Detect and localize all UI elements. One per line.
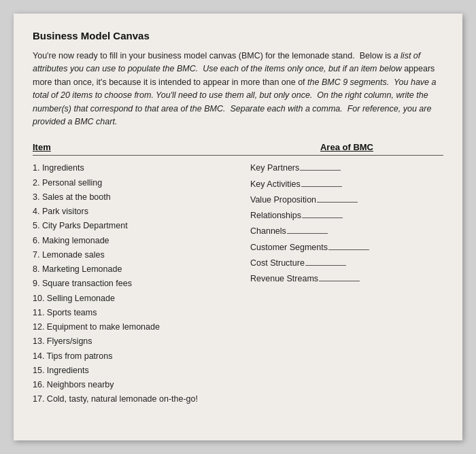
list-item: 13. Flyers/signs — [33, 334, 250, 349]
bmc-area-label: Value Proposition — [250, 193, 316, 207]
bmc-area-row: Key Activities — [250, 177, 443, 192]
bmc-area-row: Revenue Streams — [250, 272, 443, 286]
list-item: 5. City Parks Department — [33, 219, 250, 233]
bmc-answer-line[interactable] — [317, 202, 358, 203]
bmc-answer-line[interactable] — [319, 281, 360, 281]
list-item: 8. Marketing Lemonade — [33, 262, 250, 277]
list-item: 3. Sales at the booth — [33, 190, 250, 205]
list-item: 2. Personal selling — [33, 176, 250, 190]
list-item: 14. Tips from patrons — [33, 349, 250, 364]
column-item-header: Item — [33, 142, 250, 152]
bmc-area-row: Key Partners — [250, 161, 443, 175]
bmc-answer-line[interactable] — [287, 233, 328, 234]
bmc-area-label: Channels — [250, 224, 286, 239]
items-column: 1. Ingredients 2. Personal selling 3. Sa… — [33, 161, 250, 406]
bmc-area-label: Key Activities — [250, 177, 301, 192]
list-item: 16. Neighbors nearby — [33, 378, 250, 392]
bmc-answer-line[interactable] — [301, 186, 342, 187]
table-body: 1. Ingredients 2. Personal selling 3. Sa… — [33, 161, 443, 406]
bmc-area-label: Relationships — [250, 209, 301, 223]
list-item: 1. Ingredients — [33, 161, 250, 175]
bmc-answer-line[interactable] — [302, 217, 343, 218]
page-title: Business Model Canvas — [33, 30, 443, 41]
bmc-area-label: Customer Segments — [250, 241, 328, 255]
bmc-area-row: Value Proposition — [250, 193, 443, 207]
column-bmc-header: Area of BMC — [250, 142, 443, 152]
bmc-area-row: Customer Segments — [250, 241, 443, 255]
bmc-answer-line[interactable] — [328, 249, 369, 250]
page-container: Business Model Canvas You're now ready t… — [14, 14, 462, 440]
list-item: 11. Sports teams — [33, 306, 250, 320]
bmc-answer-line[interactable] — [305, 265, 346, 266]
bmc-area-row: Relationships — [250, 209, 443, 223]
table-header: Item Area of BMC — [33, 142, 443, 156]
bmc-area-row: Cost Structure — [250, 256, 443, 270]
table-section: Item Area of BMC 1. Ingredients 2. Perso… — [33, 142, 443, 406]
list-item: 17. Cold, tasty, natural lemonade on-the… — [33, 392, 250, 406]
bmc-answer-line[interactable] — [300, 170, 341, 171]
bmc-area-label: Cost Structure — [250, 256, 305, 270]
bmc-area-label: Revenue Streams — [250, 272, 318, 286]
list-item: 15. Ingredients — [33, 364, 250, 378]
list-item: 10. Selling Lemonade — [33, 292, 250, 306]
list-item: 7. Lemonade sales — [33, 248, 250, 262]
list-item: 12. Equipment to make lemonade — [33, 320, 250, 334]
bmc-area-label: Key Partners — [250, 161, 299, 175]
intro-text: You're now ready to fill in your busines… — [33, 50, 443, 128]
bmc-column: Key Partners Key Activities Value Propos… — [250, 161, 443, 406]
list-item: 4. Park visitors — [33, 205, 250, 219]
list-item: 6. Making lemonade — [33, 234, 250, 248]
list-item: 9. Square transaction fees — [33, 277, 250, 291]
bmc-area-row: Channels — [250, 224, 443, 239]
